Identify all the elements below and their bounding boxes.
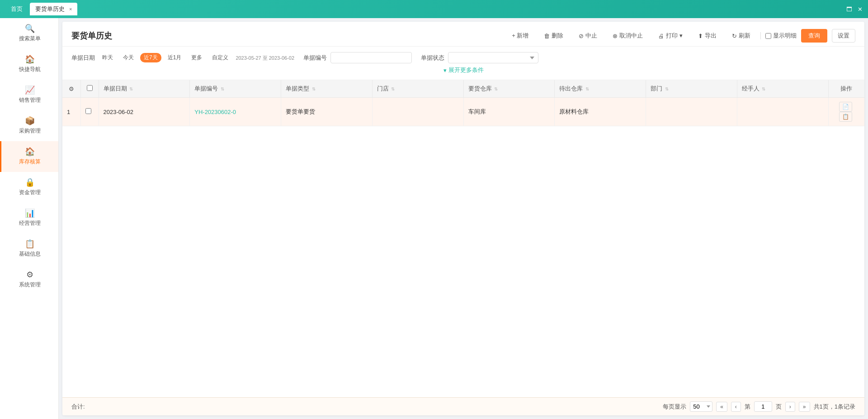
expand-more-btn[interactable]: ▾ 展开更多条件 bbox=[71, 66, 855, 74]
sidebar-item-system[interactable]: ⚙ 系统管理 bbox=[0, 264, 58, 295]
cancel-stop-button[interactable]: ⊗ 取消中止 bbox=[607, 29, 648, 42]
table-footer: 合计: 每页显示 50 100 200 « ‹ 第 页 › » 共1页，1条记录 bbox=[62, 397, 864, 415]
sidebar-item-purchase[interactable]: 📦 采购管理 bbox=[0, 110, 58, 141]
tab-close-icon[interactable]: × bbox=[69, 6, 72, 12]
cell-actions: 📄 📋 bbox=[828, 98, 864, 126]
base-info-icon: 📋 bbox=[25, 240, 35, 248]
cell-store bbox=[372, 98, 463, 126]
sidebar-item-sales[interactable]: 📈 销售管理 bbox=[0, 80, 58, 110]
purchase-icon: 📦 bbox=[25, 117, 35, 125]
th-handler: 经手人 ⇅ bbox=[737, 80, 828, 98]
per-page-select[interactable]: 50 100 200 bbox=[690, 401, 712, 412]
status-select[interactable] bbox=[448, 52, 538, 63]
restore-icon[interactable]: 🗖 bbox=[846, 6, 852, 13]
th-gear[interactable]: ⚙ bbox=[62, 80, 80, 98]
sort-pending-warehouse-icon[interactable]: ⇅ bbox=[585, 86, 589, 91]
order-no-label: 单据编号 bbox=[303, 54, 327, 62]
order-no-input[interactable] bbox=[330, 52, 412, 63]
th-store: 门店 ⇅ bbox=[372, 80, 463, 98]
settings-button[interactable]: 设置 bbox=[832, 29, 855, 43]
filter-row-1: 单据日期 昨天 今天 近7天 近1月 更多 自定义 2023-05-27 至 2… bbox=[71, 52, 855, 63]
stop-icon: ⊘ bbox=[579, 33, 584, 39]
sidebar-item-finance[interactable]: 🔒 资金管理 bbox=[0, 172, 58, 203]
print-icon: 🖨 bbox=[658, 33, 664, 39]
sort-dept-icon[interactable]: ⇅ bbox=[665, 86, 669, 91]
new-button[interactable]: + 新增 bbox=[506, 29, 534, 42]
cell-row-num: 1 bbox=[62, 98, 80, 126]
sidebar-item-base-info[interactable]: 📋 基础信息 bbox=[0, 233, 58, 264]
refresh-button[interactable]: ↻ 刷新 bbox=[726, 29, 756, 42]
sidebar-item-inventory[interactable]: 🏠 库存核算 bbox=[0, 141, 58, 172]
sidebar-item-quick-nav[interactable]: 🏠 快捷导航 bbox=[0, 49, 58, 80]
cell-req-warehouse: 车间库 bbox=[463, 98, 555, 126]
table-wrapper: ⚙ 单据日期 ⇅ 单据编号 ⇅ 单据类型 bbox=[62, 80, 864, 397]
tab-home-label: 首页 bbox=[11, 5, 23, 13]
close-icon[interactable]: ✕ bbox=[858, 6, 863, 13]
sort-order-no-icon[interactable]: ⇅ bbox=[221, 86, 224, 91]
display-detail-toggle[interactable]: 显示明细 bbox=[765, 32, 797, 40]
date-btn-7days[interactable]: 近7天 bbox=[140, 53, 161, 62]
sidebar-quick-nav-label: 快捷导航 bbox=[19, 66, 41, 73]
toolbar-divider bbox=[760, 32, 761, 39]
export-icon: ⬆ bbox=[698, 33, 703, 39]
delete-icon: 🗑 bbox=[544, 33, 550, 39]
display-detail-checkbox[interactable] bbox=[765, 33, 771, 39]
sales-icon: 📈 bbox=[25, 86, 35, 94]
cell-order-type: 要货单要货 bbox=[281, 98, 373, 126]
sort-date-icon[interactable]: ⇅ bbox=[129, 86, 133, 91]
export-button[interactable]: ⬆ 导出 bbox=[693, 29, 722, 42]
last-page-btn[interactable]: » bbox=[799, 402, 810, 412]
table-row: 1 2023-06-02 YH-20230602-0 要货单要货 车间库 原材料… bbox=[62, 98, 864, 126]
date-btn-more[interactable]: 更多 bbox=[188, 53, 206, 62]
pagination: 每页显示 50 100 200 « ‹ 第 页 › » 共1页，1条记录 bbox=[663, 401, 855, 412]
tab-home[interactable]: 首页 bbox=[5, 3, 28, 15]
total-info: 共1页，1条记录 bbox=[814, 403, 855, 411]
th-order-no: 单据编号 ⇅ bbox=[190, 80, 281, 98]
operations-icon: 📊 bbox=[25, 209, 35, 217]
th-date: 单据日期 ⇅ bbox=[99, 80, 190, 98]
filter-area: 单据日期 昨天 今天 近7天 近1月 更多 自定义 2023-05-27 至 2… bbox=[62, 47, 864, 80]
row-edit-button[interactable]: 📄 bbox=[839, 102, 852, 112]
tab-requisition-history[interactable]: 要货单历史 × bbox=[30, 3, 77, 15]
sort-req-warehouse-icon[interactable]: ⇅ bbox=[494, 86, 498, 91]
sidebar-system-label: 系统管理 bbox=[19, 281, 41, 289]
toolbar: + 新增 🗑 🗑 删除 删除 ⊘ 中止 ⊗ 取消中止 🖨 打印 ▾ bbox=[506, 29, 855, 43]
next-page-btn[interactable]: › bbox=[785, 402, 795, 412]
row-checkbox[interactable] bbox=[85, 108, 91, 114]
page-number-input[interactable] bbox=[754, 401, 772, 412]
sidebar-item-search-menu[interactable]: 🔍 搜索菜单 bbox=[0, 18, 58, 49]
date-filter-group: 单据日期 昨天 今天 近7天 近1月 更多 自定义 2023-05-27 至 2… bbox=[71, 53, 294, 62]
date-range-display: 2023-05-27 至 2023-06-02 bbox=[236, 55, 294, 62]
sidebar-sales-label: 销售管理 bbox=[19, 96, 41, 104]
page-prefix-label: 第 bbox=[745, 403, 750, 411]
refresh-icon: ↻ bbox=[732, 33, 737, 39]
stop-button[interactable]: ⊘ 中止 bbox=[573, 29, 603, 42]
date-btn-today[interactable]: 今天 bbox=[119, 53, 137, 62]
query-button[interactable]: 查询 bbox=[801, 29, 827, 43]
select-all-checkbox[interactable] bbox=[87, 85, 93, 91]
date-btn-custom[interactable]: 自定义 bbox=[208, 53, 232, 62]
per-page-label: 每页显示 bbox=[663, 403, 686, 411]
search-menu-icon: 🔍 bbox=[25, 24, 35, 33]
sort-order-type-icon[interactable]: ⇅ bbox=[312, 86, 316, 91]
row-copy-button[interactable]: 📋 bbox=[839, 112, 852, 122]
delete-button[interactable]: 🗑 🗑 删除 删除 bbox=[538, 29, 569, 42]
date-btn-1month[interactable]: 近1月 bbox=[164, 53, 185, 62]
th-dept: 部门 ⇅ bbox=[646, 80, 737, 98]
date-btn-yesterday[interactable]: 昨天 bbox=[99, 53, 117, 62]
sort-handler-icon[interactable]: ⇅ bbox=[762, 86, 765, 91]
inventory-icon: 🏠 bbox=[25, 148, 35, 156]
status-label: 单据状态 bbox=[421, 54, 444, 62]
sidebar-inventory-label: 库存核算 bbox=[19, 158, 41, 166]
sidebar-item-operations[interactable]: 📊 经营管理 bbox=[0, 203, 58, 233]
data-table: ⚙ 单据日期 ⇅ 单据编号 ⇅ 单据类型 bbox=[62, 80, 864, 126]
sort-store-icon[interactable]: ⇅ bbox=[391, 86, 395, 91]
prev-page-btn[interactable]: ‹ bbox=[731, 402, 741, 412]
first-page-btn[interactable]: « bbox=[716, 402, 727, 412]
print-button[interactable]: 🖨 打印 ▾ bbox=[653, 29, 688, 42]
order-no-link[interactable]: YH-20230602-0 bbox=[194, 109, 236, 115]
main-layout: 🔍 搜索菜单 🏠 快捷导航 📈 销售管理 📦 采购管理 🏠 库存核算 🔒 资金管… bbox=[0, 18, 868, 419]
page-suffix-label: 页 bbox=[776, 403, 782, 411]
order-no-filter-group: 单据编号 bbox=[303, 52, 412, 63]
status-filter-group: 单据状态 bbox=[421, 52, 538, 63]
